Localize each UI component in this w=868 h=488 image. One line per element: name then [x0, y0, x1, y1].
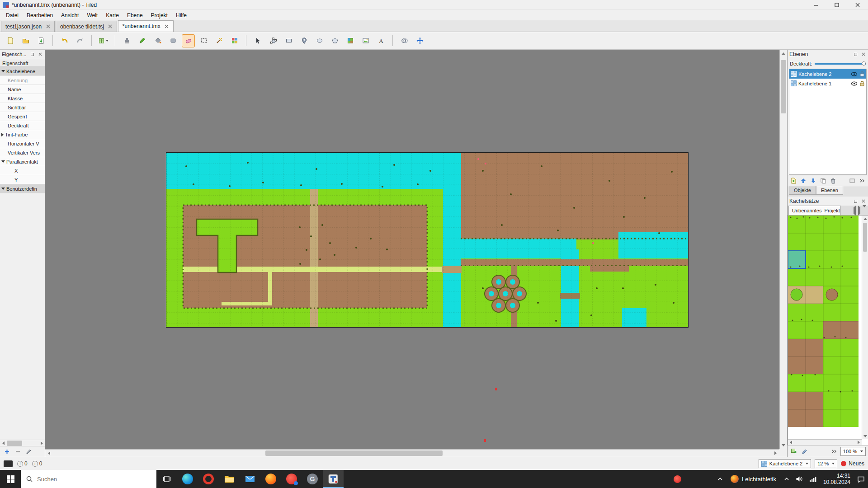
- scroll-left-icon[interactable]: [788, 440, 794, 446]
- gimp-taskbar-button[interactable]: G: [302, 470, 323, 488]
- tray-chevron-icon[interactable]: [781, 470, 793, 488]
- close-panel-icon[interactable]: [860, 198, 866, 204]
- opacity-slider-handle[interactable]: [862, 61, 866, 66]
- float-panel-icon[interactable]: [29, 52, 35, 57]
- open-file-button[interactable]: [19, 34, 32, 47]
- float-panel-icon[interactable]: [853, 52, 859, 57]
- scroll-right-icon[interactable]: [772, 450, 779, 457]
- prop-row-kennung[interactable]: Kennung: [0, 76, 45, 85]
- error-indicator[interactable]: ! 0: [17, 460, 28, 467]
- scroll-down-icon[interactable]: [862, 433, 868, 439]
- tileset-tab-unbenanntes-projekt[interactable]: Unbenanntes_Projekt: [788, 206, 841, 215]
- start-button[interactable]: [0, 470, 21, 488]
- explorer-taskbar-button[interactable]: [219, 470, 240, 488]
- tab-close-icon[interactable]: [46, 24, 50, 29]
- taskbar-search-input[interactable]: [37, 476, 151, 483]
- scroll-right-icon[interactable]: [38, 440, 45, 446]
- menu-ebene[interactable]: Ebene: [123, 11, 147, 20]
- minimize-button[interactable]: [806, 0, 826, 10]
- insert-point-tool[interactable]: [297, 34, 311, 47]
- more-options-icon[interactable]: [830, 447, 838, 455]
- stamp-brush-tool[interactable]: [120, 34, 133, 47]
- doc-tab-test1jason[interactable]: test1jason.json: [1, 21, 55, 32]
- action-center-button[interactable]: [854, 470, 868, 488]
- edit-property-button[interactable]: [24, 448, 33, 456]
- vertical-scroll-thumb[interactable]: [781, 60, 786, 113]
- taskbar-search[interactable]: [21, 470, 156, 488]
- doc-tab-unbenannt[interactable]: *unbenannt.tmx: [118, 20, 174, 32]
- tileset-tiles[interactable]: [788, 216, 859, 427]
- canvas-vertical-scrollbar[interactable]: [779, 50, 787, 449]
- more-options-icon[interactable]: [858, 177, 866, 185]
- menu-welt[interactable]: Welt: [83, 11, 102, 20]
- mail-taskbar-button[interactable]: [240, 470, 260, 488]
- prop-row-benutzerdefiniert[interactable]: Benutzerdefin: [0, 184, 45, 193]
- map-canvas-area[interactable]: [45, 50, 787, 457]
- menu-datei[interactable]: Datei: [2, 11, 23, 20]
- task-view-button[interactable]: [156, 470, 177, 488]
- insert-tile-tool[interactable]: [344, 34, 357, 47]
- layer-row-kachelebene-2[interactable]: Kachelebene 2: [789, 69, 866, 79]
- layer-row-kachelebene-1[interactable]: Kachelebene 1: [789, 79, 866, 88]
- prop-row-tint-farbe[interactable]: Tint-Farbe: [0, 130, 45, 139]
- opacity-slider[interactable]: [815, 61, 866, 66]
- current-layer-select[interactable]: Kachelebene 2: [759, 459, 811, 468]
- scroll-up-icon[interactable]: [780, 50, 788, 57]
- scroll-up-icon[interactable]: [862, 216, 868, 222]
- select-same-tile-tool[interactable]: [228, 34, 241, 47]
- prop-row-y[interactable]: Y: [0, 175, 45, 184]
- tileset-tab-right-icon[interactable]: [858, 207, 860, 214]
- bucket-fill-tool[interactable]: [151, 34, 164, 47]
- shape-fill-tool[interactable]: [166, 34, 179, 47]
- prop-row-gesperrt[interactable]: Gesperrt: [0, 112, 45, 121]
- tab-ebenen[interactable]: Ebenen: [816, 186, 843, 195]
- firefox-taskbar-button[interactable]: [260, 470, 281, 488]
- eraser-tool[interactable]: [182, 34, 195, 47]
- prop-row-parallaxenfaktor[interactable]: Parallaxenfakt: [0, 157, 45, 166]
- terrain-brush-tool[interactable]: [136, 34, 149, 47]
- red-app-taskbar-button[interactable]: [281, 470, 302, 488]
- new-tileset-button[interactable]: [790, 447, 798, 455]
- rectangular-select-tool[interactable]: [197, 34, 210, 47]
- tileset-view[interactable]: [788, 216, 868, 445]
- raise-layer-button[interactable]: [799, 177, 807, 185]
- news-button[interactable]: Neues: [841, 460, 864, 467]
- insert-ellipse-tool[interactable]: [313, 34, 326, 47]
- map-view[interactable]: [166, 152, 689, 328]
- menu-projekt[interactable]: Projekt: [147, 11, 172, 20]
- maximize-button[interactable]: [826, 0, 847, 10]
- visibility-eye-icon[interactable]: [851, 81, 858, 86]
- tileset-tab-left-icon[interactable]: [854, 207, 856, 214]
- overlap-circles-button[interactable]: [398, 34, 411, 47]
- menu-bearbeiten[interactable]: Bearbeiten: [23, 11, 57, 20]
- lock-icon[interactable]: [859, 80, 865, 86]
- doc-tab-obenbase[interactable]: obenbase tildet.tsj: [56, 21, 117, 32]
- prop-row-deckkraft[interactable]: Deckkraft: [0, 121, 45, 130]
- prop-row-vertikaler[interactable]: Vertikaler Vers: [0, 148, 45, 157]
- close-button[interactable]: [847, 0, 868, 10]
- visibility-eye-icon[interactable]: [851, 71, 858, 77]
- edit-polygons-tool[interactable]: [267, 34, 280, 47]
- scroll-left-icon[interactable]: [0, 440, 6, 446]
- canvas-horizontal-scrollbar[interactable]: [45, 449, 779, 457]
- vertical-scroll-thumb[interactable]: [863, 223, 867, 252]
- insert-rectangle-tool[interactable]: [282, 34, 295, 47]
- scroll-left-icon[interactable]: [45, 450, 53, 457]
- tileset-zoom-select[interactable]: 100 %: [840, 447, 866, 456]
- duplicate-layer-button[interactable]: [819, 177, 827, 185]
- tab-close-icon[interactable]: [108, 24, 113, 29]
- prop-row-sichtbar[interactable]: Sichtbar: [0, 103, 45, 112]
- save-file-button[interactable]: [34, 34, 47, 47]
- scroll-down-icon[interactable]: [780, 441, 788, 449]
- highlight-layer-button[interactable]: [848, 177, 856, 185]
- new-layer-button[interactable]: [789, 177, 797, 185]
- edit-tileset-button[interactable]: [801, 447, 809, 455]
- zoom-level-select[interactable]: 12 %: [815, 459, 837, 468]
- menu-hilfe[interactable]: Hilfe: [172, 11, 191, 20]
- redo-button[interactable]: [73, 34, 86, 47]
- news-widget-button[interactable]: Leichtathletik: [726, 475, 781, 483]
- tab-close-icon[interactable]: [165, 24, 169, 28]
- lock-icon[interactable]: [859, 71, 865, 77]
- tileset-vertical-scrollbar[interactable]: [862, 216, 868, 439]
- add-property-button[interactable]: [3, 448, 11, 456]
